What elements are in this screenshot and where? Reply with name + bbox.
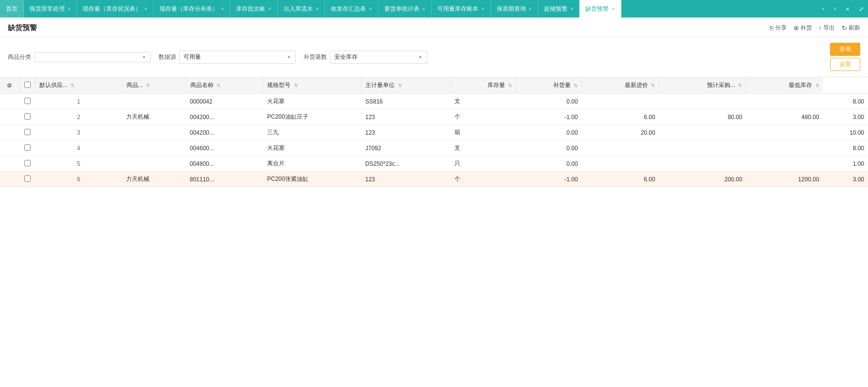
tab-close-expiry-query[interactable]: ×	[529, 6, 532, 12]
filter-actions: 查询 设置	[830, 43, 860, 71]
row-settings-3	[0, 141, 19, 156]
page-header: 缺货预警 ⎘ 分享 ⊕ 补货 ↑ 导出 ↻ 刷新	[0, 18, 868, 37]
tab-inventory-status[interactable]: 现存量（库存状况表） ×	[77, 0, 153, 18]
tab-close-shortage-warning[interactable]: ×	[612, 6, 615, 12]
row-num-2: 3	[35, 125, 122, 141]
row-num-0: 1	[35, 94, 122, 109]
tab-close-batch-account[interactable]: ×	[268, 6, 271, 12]
tab-home[interactable]: 首页	[0, 0, 24, 18]
tab-close-abnormal[interactable]: ×	[68, 6, 71, 12]
row-check-4[interactable]	[24, 160, 31, 166]
table-row: 1 0000042 火花塞 SS816 支 0.00 8.00	[0, 94, 868, 109]
tab-shortage-warning[interactable]: 缺货预警 ×	[579, 0, 621, 18]
datasource-label: 数据源	[159, 53, 176, 61]
tab-expiry-query[interactable]: 保质期查询 ×	[491, 0, 538, 18]
row-unit-2: 箱	[451, 125, 516, 141]
sort-stock-icon: ⇅	[508, 83, 512, 88]
row-checkbox-0[interactable]	[19, 94, 35, 109]
col-min-stock[interactable]: 最低库存 ⇅	[746, 77, 823, 94]
row-product-code-0: 0000042	[186, 94, 263, 109]
row-checkbox-1[interactable]	[19, 109, 35, 125]
replenish-base-select[interactable]: 安全库存 ▼	[330, 51, 427, 64]
tab-receive-summary[interactable]: 收发存汇总表 ×	[325, 0, 378, 18]
row-check-2[interactable]	[24, 129, 31, 135]
category-select[interactable]: ▼	[34, 52, 151, 62]
tab-prev-btn[interactable]: ‹	[817, 0, 829, 18]
row-unit-4: 只	[451, 156, 516, 172]
tab-close-receive-summary[interactable]: ×	[369, 6, 372, 12]
row-check-3[interactable]	[24, 144, 31, 151]
refresh-action[interactable]: ↻ 刷新	[842, 24, 860, 32]
tab-inout-flow[interactable]: 出入库流水 ×	[278, 0, 325, 18]
query-button[interactable]: 查询	[830, 43, 860, 56]
row-spec-4: DS250*23c...	[362, 156, 451, 172]
tab-overstock-warning[interactable]: 超储预警 ×	[538, 0, 579, 18]
col-supplier[interactable]: 默认供应... ⇅	[35, 77, 122, 94]
tab-close-inout-flow[interactable]: ×	[316, 6, 319, 12]
tab-demand-stats[interactable]: 要货单统计表 ×	[379, 0, 432, 18]
export-action[interactable]: ↑ 导出	[819, 24, 835, 32]
col-latest-price[interactable]: 最新进价 ⇅	[582, 77, 659, 94]
row-unit-5: 个	[451, 172, 516, 187]
datasource-chevron-icon: ▼	[287, 54, 291, 60]
tab-close-overstock-warning[interactable]: ×	[570, 6, 573, 12]
col-product-name[interactable]: 商品名称 ⇅	[186, 77, 263, 94]
refresh-icon: ↻	[842, 24, 847, 32]
share-icon: ⎘	[770, 24, 774, 32]
page-title: 缺货预警	[8, 23, 770, 33]
sort-spec-icon: ⇅	[294, 83, 298, 88]
col-estimated-purchase[interactable]: 预计采购... ⇅	[659, 77, 746, 94]
tab-available-ledger[interactable]: 可用量库存账本 ×	[432, 0, 490, 18]
row-min-stock-2: 10.00	[823, 125, 868, 141]
row-product-code-5: 801110...	[186, 172, 263, 187]
tab-abnormal[interactable]: 拣货异常处理 ×	[24, 0, 77, 18]
col-stock[interactable]: 库存量 ⇅	[451, 77, 516, 94]
category-label: 商品分类	[8, 53, 31, 61]
datasource-select[interactable]: 可用量 ▼	[179, 51, 296, 64]
row-product-name-0: 火花塞	[263, 94, 362, 109]
row-supplier-4	[122, 156, 186, 172]
tab-close-inventory-dist[interactable]: ×	[221, 6, 224, 12]
row-latest-price-5: 200.00	[659, 172, 746, 187]
col-spec[interactable]: 规格型号 ⇅	[263, 77, 362, 94]
row-spec-3: J7092	[362, 141, 451, 156]
row-check-0[interactable]	[24, 98, 31, 104]
row-num-5: 6	[35, 172, 122, 187]
row-checkbox-2[interactable]	[19, 125, 35, 141]
setting-button[interactable]: 设置	[830, 58, 860, 71]
share-action[interactable]: ⎘ 分享	[770, 24, 787, 32]
tab-fullscreen-btn[interactable]: ⤢	[854, 0, 868, 18]
tab-inventory-dist[interactable]: 现存量（库存分布表） ×	[154, 0, 230, 18]
row-checkbox-5[interactable]	[19, 172, 35, 187]
row-latest-price-2	[659, 125, 746, 141]
col-replenish[interactable]: 补货量 ⇅	[516, 77, 582, 94]
table-row: 4 004600... 火花塞 J7092 支 0.00 8.00	[0, 141, 868, 156]
row-stock-3: 0.00	[516, 141, 582, 156]
replenish-action[interactable]: ⊕ 补货	[794, 24, 812, 32]
tab-batch-account[interactable]: 库存批次账 ×	[230, 0, 277, 18]
replenish-base-chevron-icon: ▼	[418, 54, 423, 60]
header-actions: ⎘ 分享 ⊕ 补货 ↑ 导出 ↻ 刷新	[770, 24, 861, 32]
tab-next-btn[interactable]: ›	[829, 0, 841, 18]
row-supplier-3	[122, 141, 186, 156]
row-checkbox-4[interactable]	[19, 156, 35, 172]
row-estimated-purchase-1: 480.00	[746, 109, 823, 125]
tab-close-available-ledger[interactable]: ×	[481, 6, 484, 12]
col-product-code[interactable]: 商品... ⇅	[122, 77, 186, 94]
row-check-5[interactable]	[24, 176, 31, 182]
row-product-code-2: 004200...	[186, 125, 263, 141]
export-icon: ↑	[819, 24, 822, 32]
row-product-name-1: PC200油缸庄子	[263, 109, 362, 125]
col-settings[interactable]: ⚙	[0, 77, 19, 94]
select-all-checkbox[interactable]	[24, 82, 31, 88]
tab-close-demand-stats[interactable]: ×	[422, 6, 425, 12]
tab-close-all-btn[interactable]: ×	[841, 0, 854, 18]
row-check-1[interactable]	[24, 113, 31, 120]
table-row: 6 力天机械 801110... PC200张紧油缸 123 个 -1.00 6…	[0, 172, 868, 187]
replenish-base-filter: 补货基数 安全库存 ▼	[304, 51, 427, 64]
row-product-name-5: PC200张紧油缸	[263, 172, 362, 187]
col-unit[interactable]: 主计量单位 ⇅	[362, 77, 451, 94]
row-checkbox-3[interactable]	[19, 141, 35, 156]
tab-close-inventory-status[interactable]: ×	[144, 6, 147, 12]
row-replenish-3	[582, 141, 659, 156]
